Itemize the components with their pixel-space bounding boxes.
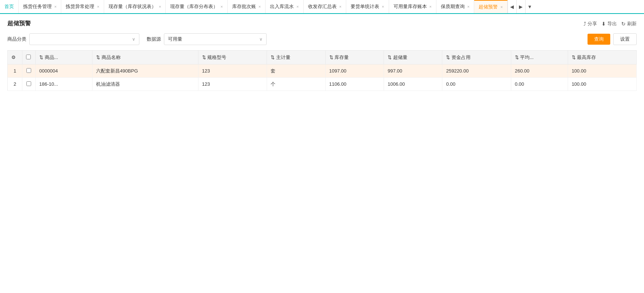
tab-available-close[interactable]: × bbox=[429, 4, 432, 9]
filter-actions: 查询 设置 bbox=[588, 33, 637, 45]
col-gear[interactable]: ⚙ bbox=[8, 51, 22, 64]
share-icon: ⤴ bbox=[583, 21, 586, 27]
table-row: 2 186-10... 机油滤清器 123 个 1106.00 1006.00 … bbox=[8, 78, 637, 91]
row-stock-qty: 1097.00 bbox=[325, 64, 384, 78]
filter-row: 商品分类 ∨ 数据源 可用量 ∨ 查询 设置 bbox=[7, 33, 637, 45]
row-capital: 259220.00 bbox=[442, 64, 511, 78]
tab-task[interactable]: 拣货任务管理 × bbox=[19, 0, 61, 13]
row-checkbox[interactable] bbox=[26, 68, 31, 73]
col-product-name[interactable]: ⇅ 商品名称 bbox=[92, 51, 198, 64]
col-checkbox[interactable] bbox=[22, 51, 36, 64]
tab-order-stat[interactable]: 要货单统计表 × bbox=[346, 0, 389, 13]
table-header-row: ⚙ ⇅ 商品... ⇅ 商品名称 ⇅ 规格型号 ⇅ 主计 bbox=[8, 51, 637, 64]
tab-task-close[interactable]: × bbox=[54, 4, 56, 9]
select-all-checkbox[interactable] bbox=[26, 55, 31, 59]
datasource-label: 数据源 bbox=[147, 36, 161, 42]
row-seq: 2 bbox=[8, 78, 22, 91]
tab-overstock-close[interactable]: × bbox=[500, 5, 502, 9]
nav-menu-btn[interactable]: ▼ bbox=[525, 0, 534, 13]
table-row: 1 0000004 六配套新昌490BPG 123 套 1097.00 997.… bbox=[8, 64, 637, 78]
col-product-code[interactable]: ⇅ 商品... bbox=[36, 51, 92, 64]
category-select[interactable]: ∨ bbox=[29, 33, 139, 45]
tab-quality-close[interactable]: × bbox=[467, 4, 469, 9]
row-checkbox-cell[interactable] bbox=[22, 78, 36, 91]
tab-batch[interactable]: 库存批次账 × bbox=[228, 0, 266, 13]
col-max-stock[interactable]: ⇅ 最高库存 bbox=[568, 51, 636, 64]
row-avg: 0.00 bbox=[511, 78, 568, 91]
row-unit: 个 bbox=[267, 78, 325, 91]
col-overstock-qty[interactable]: ⇅ 超储量 bbox=[384, 51, 442, 64]
tab-stock-status-close[interactable]: × bbox=[159, 4, 161, 9]
datasource-chevron-icon: ∨ bbox=[259, 37, 263, 42]
refresh-icon: ↻ bbox=[621, 21, 626, 27]
row-checkbox[interactable] bbox=[26, 81, 31, 86]
tab-abnormal[interactable]: 拣货异常处理 × bbox=[61, 0, 104, 13]
share-action[interactable]: ⤴ 分享 bbox=[583, 21, 597, 27]
row-stock-qty: 1106.00 bbox=[325, 78, 384, 91]
col-avg[interactable]: ⇅ 平均... bbox=[511, 51, 568, 64]
col-spec[interactable]: ⇅ 规格型号 bbox=[198, 51, 267, 64]
tab-inout-close[interactable]: × bbox=[296, 4, 299, 9]
tab-stock-dist-close[interactable]: × bbox=[220, 4, 223, 9]
category-label: 商品分类 bbox=[7, 36, 26, 42]
row-capital: 0.00 bbox=[442, 78, 511, 91]
tab-order-stat-close[interactable]: × bbox=[382, 4, 384, 9]
tab-batch-close[interactable]: × bbox=[259, 4, 261, 9]
tab-abnormal-close[interactable]: × bbox=[97, 4, 99, 9]
export-action[interactable]: ⬇ 导出 bbox=[601, 21, 617, 27]
nav-next-btn[interactable]: ▶ bbox=[516, 0, 525, 13]
row-product-name: 六配套新昌490BPG bbox=[92, 64, 198, 78]
datasource-select[interactable]: 可用量 ∨ bbox=[164, 33, 267, 45]
export-icon: ⬇ bbox=[601, 21, 606, 27]
row-product-name: 机油滤清器 bbox=[92, 78, 198, 91]
query-button[interactable]: 查询 bbox=[588, 34, 610, 45]
page-title-bar: 超储预警 ⤴ 分享 ⬇ 导出 ↻ 刷新 bbox=[7, 20, 637, 27]
row-overstock-qty: 1006.00 bbox=[384, 78, 442, 91]
tab-home[interactable]: 首页 bbox=[0, 0, 19, 13]
page-title: 超储预警 bbox=[7, 20, 31, 27]
row-checkbox-cell[interactable] bbox=[22, 64, 36, 78]
tab-stock-status[interactable]: 现存量（库存状况表） × bbox=[104, 0, 166, 13]
tab-inout[interactable]: 出入库流水 × bbox=[266, 0, 303, 13]
col-capital[interactable]: ⇅ 资金占用 bbox=[442, 51, 511, 64]
row-product-code: 186-10... bbox=[36, 78, 92, 91]
tab-overstock[interactable]: 超储预警 × bbox=[474, 0, 507, 13]
row-avg: 260.00 bbox=[511, 64, 568, 78]
row-spec: 123 bbox=[198, 78, 267, 91]
tab-collect-close[interactable]: × bbox=[339, 4, 341, 9]
row-max-stock: 100.00 bbox=[568, 64, 636, 78]
tab-collect[interactable]: 收发存汇总表 × bbox=[304, 0, 346, 13]
row-product-code: 0000004 bbox=[36, 64, 92, 78]
data-table: ⚙ ⇅ 商品... ⇅ 商品名称 ⇅ 规格型号 ⇅ 主计 bbox=[7, 50, 637, 91]
datasource-filter: 数据源 可用量 ∨ bbox=[147, 33, 267, 45]
row-spec: 123 bbox=[198, 64, 267, 78]
main-content: 超储预警 ⤴ 分享 ⬇ 导出 ↻ 刷新 商品分类 ∨ 数据源 bbox=[0, 14, 644, 97]
table-body: 1 0000004 六配套新昌490BPG 123 套 1097.00 997.… bbox=[8, 64, 637, 91]
row-max-stock: 100.00 bbox=[568, 78, 636, 91]
title-actions: ⤴ 分享 ⬇ 导出 ↻ 刷新 bbox=[583, 21, 637, 27]
row-unit: 套 bbox=[267, 64, 325, 78]
category-chevron-icon: ∨ bbox=[132, 37, 135, 42]
row-seq: 1 bbox=[8, 64, 22, 78]
nav-prev-btn[interactable]: ◀ bbox=[508, 0, 516, 13]
refresh-action[interactable]: ↻ 刷新 bbox=[621, 21, 637, 27]
tab-available[interactable]: 可用量库存账本 × bbox=[389, 0, 436, 13]
tab-quality[interactable]: 保质期查询 × bbox=[436, 0, 474, 13]
row-overstock-qty: 997.00 bbox=[384, 64, 442, 78]
settings-button[interactable]: 设置 bbox=[613, 33, 637, 45]
col-unit[interactable]: ⇅ 主计量 bbox=[267, 51, 325, 64]
datasource-value: 可用量 bbox=[168, 36, 182, 42]
category-filter: 商品分类 ∨ bbox=[7, 33, 139, 45]
nav-tabs: 首页 拣货任务管理 × 拣货异常处理 × 现存量（库存状况表） × 现存量（库存… bbox=[0, 0, 644, 14]
col-stock-qty[interactable]: ⇅ 库存量 bbox=[325, 51, 384, 64]
tab-stock-dist[interactable]: 现存量（库存分布表） × bbox=[166, 0, 227, 13]
